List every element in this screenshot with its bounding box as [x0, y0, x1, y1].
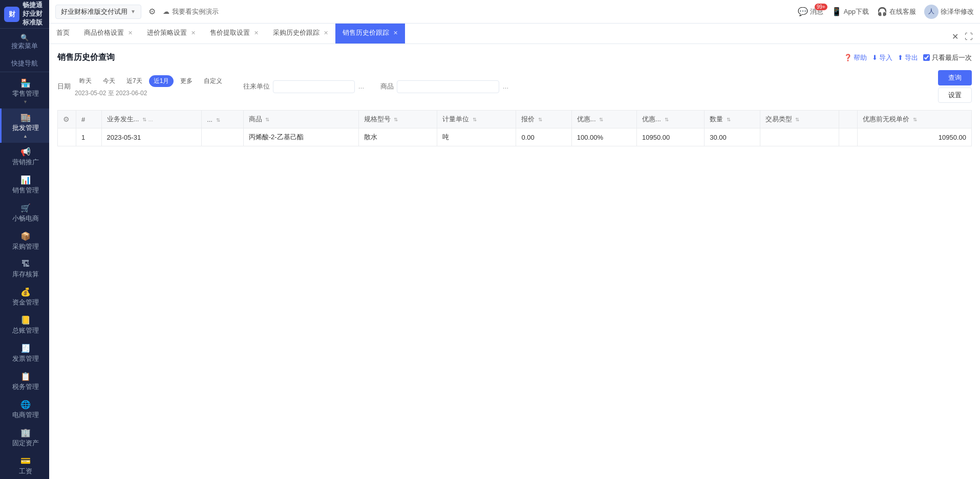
export-link[interactable]: ⬆ 导出 [898, 53, 918, 62]
logo-text: 畅捷通好业财 标准版 [23, 1, 45, 27]
col-unit-label: 计量单位 [442, 115, 469, 123]
sort-icon-pretax: ⇅ [913, 117, 917, 122]
sales-icon: 📊 [20, 175, 31, 185]
sidebar-quick-nav[interactable]: 快捷导航 [0, 56, 49, 70]
date-btn-yesterday[interactable]: 昨天 [75, 75, 96, 87]
col-discount-pct[interactable]: 优惠... ⇅ [571, 111, 636, 128]
sidebar-item-label: 小畅电商 [12, 214, 39, 223]
tab-product-price[interactable]: 商品价格设置 ✕ [77, 24, 140, 43]
sidebar-item-retail[interactable]: 🏪 零售管理 ▼ [0, 74, 49, 108]
tab-purchase-strategy-close[interactable]: ✕ [191, 30, 196, 36]
col-price[interactable]: 报价 ⇅ [516, 111, 571, 128]
sidebar-item-inventory[interactable]: 🏗 库存核算 [0, 255, 49, 283]
sidebar-item-label: 电商管理 [12, 410, 39, 420]
messages-button[interactable]: 💬 消息 99+ [798, 7, 823, 16]
import-link[interactable]: ⬇ 导入 [872, 53, 892, 62]
version-selector[interactable]: 好业财标准版交付试用 ▼ [55, 5, 141, 19]
help-link[interactable]: ❓ 帮助 [844, 53, 867, 62]
cell-index: 1 [76, 128, 102, 146]
tab-home[interactable]: 首页 [49, 24, 77, 43]
page-header-actions: ❓ 帮助 ⬇ 导入 ⬆ 导出 只看最后一次 [844, 53, 972, 62]
tab-close-btn[interactable]: ✕ [949, 30, 962, 43]
mobile-icon: 📱 [832, 7, 842, 16]
query-button[interactable]: 查询 [938, 70, 972, 85]
sort-icon-trade-type: ⇅ [795, 117, 799, 122]
col-pretax-unit-price-label: 优惠前无税单价 [863, 115, 909, 123]
app-download-button[interactable]: 📱 App下载 [832, 7, 869, 16]
tab-product-price-close[interactable]: ✕ [128, 30, 133, 36]
col-unit[interactable]: 计量单位 ⇅ [437, 111, 516, 128]
sidebar-item-label: 零售管理 [12, 89, 39, 98]
online-service-button[interactable]: 🎧 在线客服 [877, 7, 916, 16]
marketing-icon: 📢 [20, 147, 31, 157]
sidebar-item-sales[interactable]: 📊 销售管理 [0, 171, 49, 199]
demo-link[interactable]: ☁ 我要看实例演示 [163, 7, 219, 16]
settings-gear-icon[interactable]: ⚙ [63, 115, 70, 123]
app-download-label: App下载 [844, 7, 869, 16]
source-unit-more-icon[interactable]: … [358, 83, 364, 90]
ecommerce-icon: 🌐 [20, 400, 31, 409]
tab-controls: ✕ ⛶ [945, 30, 980, 43]
sidebar-search[interactable]: 🔍 搜索菜单 [0, 29, 49, 56]
retail-icon: 🏪 [20, 78, 31, 88]
help-label: 帮助 [854, 53, 867, 62]
tab-expand-btn[interactable]: ⛶ [962, 30, 976, 43]
col-spec[interactable]: 规格型号 ⇅ [358, 111, 437, 128]
product-more-icon[interactable]: … [502, 83, 508, 90]
sidebar-item-invoice[interactable]: 🧾 发票管理 [0, 339, 49, 367]
date-btn-more[interactable]: 更多 [176, 75, 197, 87]
col-biz-date[interactable]: 业务发生... ⇅ ... [101, 111, 202, 128]
tab-sale-price-extract[interactable]: 售价提取设置 ✕ [203, 24, 266, 43]
online-service-label: 在线客服 [889, 7, 916, 16]
date-btn-custom[interactable]: 自定义 [199, 75, 227, 87]
col-product-label: 商品 [249, 115, 262, 123]
tab-purchase-history[interactable]: 采购历史价跟踪 ✕ [266, 24, 335, 43]
tab-purchase-strategy[interactable]: 进价策略设置 ✕ [140, 24, 203, 43]
col-pretax-unit-price[interactable]: 优惠前无税单价 ⇅ [858, 111, 972, 128]
col-discount-amt[interactable]: 优惠... ⇅ [637, 111, 705, 128]
sidebar-item-label: 库存核算 [12, 270, 39, 279]
sidebar-item-ledger[interactable]: 📒 总账管理 [0, 311, 49, 339]
col-settings[interactable]: ⚙ [58, 111, 76, 128]
cell-spec: 散水 [358, 128, 437, 146]
table-row[interactable]: 1 2023-05-31 丙烯酸-2-乙基己酯 散水 吨 0.00 100.00… [58, 128, 972, 146]
sort-icon-biz-date: ⇅ [142, 117, 146, 122]
tab-purchase-history-close[interactable]: ✕ [324, 30, 328, 36]
help-icon: ❓ [844, 54, 852, 61]
user-profile-button[interactable]: 人 徐泽华修改 [924, 5, 974, 19]
page-header: 销售历史价查询 ❓ 帮助 ⬇ 导入 ⬆ 导出 只看最后一次 [57, 52, 972, 63]
source-unit-filter: 往来单位 … [243, 80, 364, 93]
sidebar-item-payroll[interactable]: 💳 工资 [0, 452, 49, 479]
sidebar-item-finance[interactable]: 💰 资金管理 [0, 283, 49, 311]
tab-sale-history-close[interactable]: ✕ [393, 30, 398, 36]
source-unit-input[interactable] [273, 80, 355, 93]
sidebar-item-wholesale[interactable]: 🏬 批发管理 ▲ [0, 108, 49, 143]
date-btn-today[interactable]: 今天 [98, 75, 120, 87]
col-quantity[interactable]: 数量 ⇅ [705, 111, 760, 128]
sidebar-item-ecommerce[interactable]: 🌐 电商管理 [0, 396, 49, 424]
date-btn-7days[interactable]: 近7天 [122, 75, 147, 87]
col-discount-pct-label: 优惠... [577, 115, 596, 123]
only-last-checkbox-input[interactable] [923, 54, 930, 61]
col-more-label: ... [207, 116, 212, 123]
product-input[interactable] [397, 80, 499, 93]
date-btn-1month[interactable]: 近1月 [149, 75, 174, 87]
tab-sale-price-extract-close[interactable]: ✕ [254, 30, 259, 36]
col-biz-date-more[interactable]: ... [148, 116, 153, 122]
col-trade-type[interactable]: 交易类型 ⇅ [760, 111, 839, 128]
only-last-checkbox[interactable]: 只看最后一次 [923, 53, 972, 62]
topbar-settings-icon[interactable]: ⚙ [146, 5, 158, 18]
sidebar-item-marketing[interactable]: 📢 营销推广 [0, 143, 49, 171]
col-product[interactable]: 商品 ⇅ [243, 111, 358, 128]
sort-icon-more: ⇅ [216, 117, 220, 123]
settings-button[interactable]: 设置 [938, 88, 972, 103]
sidebar-item-tax[interactable]: 📋 税务管理 [0, 367, 49, 396]
sidebar-item-ecommerce-small[interactable]: 🛒 小畅电商 [0, 199, 49, 227]
tab-sale-history[interactable]: 销售历史价跟踪 ✕ [335, 24, 405, 43]
sidebar-item-fixed-assets[interactable]: 🏢 固定资产 [0, 424, 49, 452]
sidebar-item-purchase[interactable]: 📦 采购管理 [0, 227, 49, 255]
col-more[interactable]: ... ⇅ [202, 111, 244, 128]
messages-badge: 99+ [815, 4, 827, 10]
sort-icon-discount-pct: ⇅ [599, 117, 603, 122]
message-icon: 💬 [798, 7, 808, 16]
